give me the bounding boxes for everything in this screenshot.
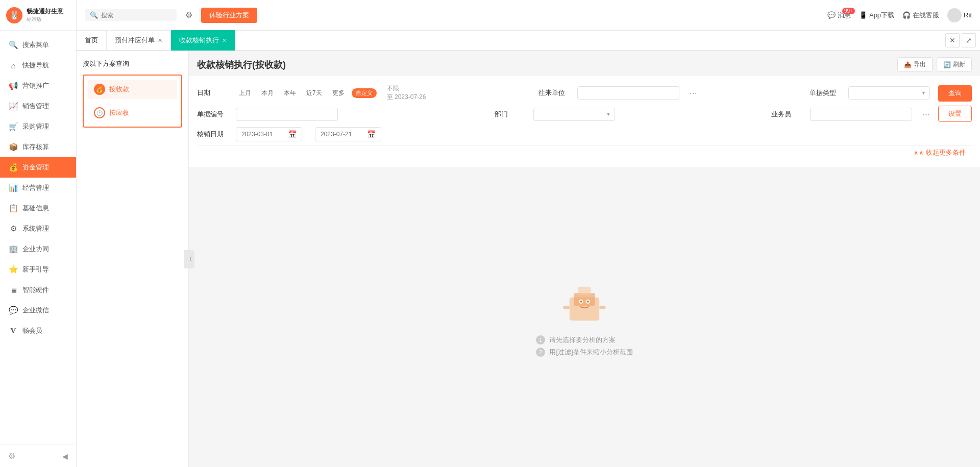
panel-collapse-button[interactable]: 《 — [184, 250, 194, 268]
date-btn-7days[interactable]: 近7天 — [303, 88, 325, 99]
dept-select-wrapper — [533, 108, 615, 121]
logo-text: 畅捷通好生意 标准版 — [27, 7, 63, 23]
doc-type-select-wrapper — [848, 86, 930, 100]
date-filter-label: 日期 — [197, 88, 228, 97]
refresh-icon: 🔄 — [943, 61, 951, 68]
app-download-action[interactable]: 📱 App下载 — [859, 11, 894, 20]
logo-icon: 🐰 — [6, 7, 22, 23]
topbar: 🔍 ⚙ 休验行业方案 💬 消息 99+ 📱 App下载 🎧 在线客服 R — [77, 0, 980, 31]
sidebar-item-inventory[interactable]: 📦 库存核算 — [0, 137, 76, 157]
doc-no-filter-label: 单据编号 — [197, 110, 228, 119]
tab-prepay[interactable]: 预付冲应付单 ✕ — [107, 30, 171, 51]
user-profile[interactable]: Rit — [947, 8, 972, 22]
sidebar-settings-icon[interactable]: ⚙ — [8, 451, 15, 461]
sidebar-item-hardware[interactable]: 🖥 智能硬件 — [0, 280, 76, 300]
verify-end-date[interactable]: 2023-07-21 📅 — [315, 127, 381, 141]
export-button[interactable]: 📤 导出 — [897, 57, 933, 72]
verify-start-date[interactable]: 2023-03-01 📅 — [236, 127, 302, 141]
hint-1-num: 1 — [536, 335, 545, 345]
export-icon: 📤 — [904, 61, 912, 68]
topbar-gear-icon[interactable]: ⚙ — [181, 7, 197, 23]
tab-collection[interactable]: 收款核销执行 ✕ — [171, 30, 235, 51]
partner-input[interactable] — [577, 86, 679, 100]
member-icon: V — [8, 326, 18, 336]
sidebar-item-enterprise[interactable]: 🏢 企业协同 — [0, 239, 76, 259]
svg-rect-7 — [563, 306, 570, 309]
sidebar-item-finance[interactable]: 💰 资金管理 — [0, 157, 76, 178]
industry-solution-button[interactable]: 休验行业方案 — [201, 8, 257, 23]
marketing-icon: 📢 — [8, 81, 18, 91]
sidebar-item-quick-nav[interactable]: ⌂ 快捷导航 — [0, 55, 76, 76]
wechat-icon: 💬 — [8, 305, 18, 315]
user-avatar — [947, 8, 962, 22]
sidebar-item-purchase[interactable]: 🛒 采购管理 — [0, 116, 76, 137]
finance-icon: 💰 — [8, 162, 18, 173]
page-content: 按以下方案查询 💰 按收款 🕐 按应收 《 收款核销执行(按 — [77, 51, 980, 467]
search-icon: 🔍 — [90, 11, 98, 19]
sidebar: 🐰 畅捷通好生意 标准版 🔍 搜索菜单 ⌂ 快捷导航 📢 营销推广 📈 销售管理… — [0, 0, 77, 467]
staff-input[interactable] — [810, 108, 912, 121]
query-button[interactable]: 查询 — [938, 85, 972, 102]
date-btn-this-year[interactable]: 本年 — [281, 88, 299, 99]
sidebar-item-member[interactable]: V 畅会员 — [0, 321, 76, 341]
date-btn-this-month[interactable]: 本月 — [258, 88, 277, 99]
empty-state-icon — [559, 278, 610, 329]
svg-rect-2 — [578, 287, 591, 296]
sidebar-item-operation[interactable]: 📊 经营管理 — [0, 178, 76, 198]
staff-dots[interactable]: ··· — [922, 109, 930, 120]
message-action[interactable]: 💬 消息 99+ — [827, 11, 851, 20]
topbar-search-box: 🔍 — [85, 9, 177, 21]
left-panel-item-receivable[interactable]: 🕐 按应收 — [88, 103, 177, 122]
hint-2-num: 2 — [536, 348, 545, 357]
empty-hint-1: 1 请先选择要分析的方案 — [536, 335, 632, 345]
sidebar-item-sales[interactable]: 📈 销售管理 — [0, 96, 76, 116]
partner-filter-label: 往来单位 — [538, 88, 569, 97]
verify-date-filter-label: 核销日期 — [197, 130, 228, 139]
date-btn-prev-month[interactable]: 上月 — [236, 88, 254, 99]
left-panel-item-receipt[interactable]: 💰 按收款 — [88, 80, 177, 99]
settings-button[interactable]: 设置 — [938, 106, 972, 122]
receipt-icon: 💰 — [94, 84, 105, 95]
sidebar-item-wechat[interactable]: 💬 企业微信 — [0, 300, 76, 321]
date-btn-custom[interactable]: 自定义 — [352, 88, 377, 98]
sidebar-item-basic[interactable]: 📋 基础信息 — [0, 198, 76, 218]
sidebar-item-system[interactable]: ⚙ 系统管理 — [0, 218, 76, 239]
sidebar-item-marketing[interactable]: 📢 营销推广 — [0, 76, 76, 96]
collapse-conditions-button[interactable]: ∧∧ 收起更多条件 — [197, 145, 972, 159]
guide-icon: ⭐ — [8, 264, 18, 275]
tab-prepay-close[interactable]: ✕ — [158, 37, 162, 44]
staff-filter-label: 业务员 — [771, 110, 802, 119]
date-btn-more[interactable]: 更多 — [329, 88, 348, 99]
sidebar-item-guide[interactable]: ⭐ 新手引导 — [0, 259, 76, 280]
partner-dots[interactable]: ··· — [690, 88, 697, 99]
verify-date-group: 2023-03-01 📅 — 2023-07-21 📅 — [236, 127, 381, 141]
sales-icon: 📈 — [8, 101, 18, 111]
topbar-left: 🔍 ⚙ 休验行业方案 — [85, 7, 257, 23]
right-content: 收款核销执行(按收款) 📤 导出 🔄 刷新 — [189, 51, 980, 467]
sidebar-logo: 🐰 畅捷通好生意 标准版 — [0, 0, 76, 31]
filter-row-3: 核销日期 2023-03-01 📅 — 2023-07-21 📅 — [197, 127, 930, 141]
sidebar-collapse-icon[interactable]: ◀ — [62, 452, 68, 460]
tab-expand-btn[interactable]: ⤢ — [962, 33, 976, 47]
search-input[interactable] — [101, 12, 162, 19]
dept-select[interactable] — [533, 108, 615, 121]
empty-hint-2: 2 用[过滤]条件来缩小分析范围 — [536, 348, 632, 357]
doc-no-input[interactable] — [236, 108, 338, 121]
refresh-button[interactable]: 🔄 刷新 — [937, 57, 972, 72]
svg-point-5 — [580, 301, 582, 303]
online-service-action[interactable]: 🎧 在线客服 — [902, 11, 939, 20]
sidebar-item-search[interactable]: 🔍 搜索菜单 — [0, 35, 76, 55]
tab-home[interactable]: 首页 — [77, 30, 107, 51]
basic-icon: 📋 — [8, 203, 18, 213]
header-actions: 📤 导出 🔄 刷新 — [897, 57, 972, 72]
left-panel-items: 💰 按收款 🕐 按应收 — [88, 80, 177, 122]
doc-type-select[interactable] — [848, 86, 930, 100]
dept-filter-label: 部门 — [495, 110, 525, 119]
tab-collection-close[interactable]: ✕ — [222, 37, 227, 44]
enterprise-icon: 🏢 — [8, 244, 18, 254]
svg-point-6 — [587, 301, 589, 303]
calendar-start-icon: 📅 — [288, 130, 297, 138]
svg-rect-8 — [599, 306, 606, 309]
tab-close-btn[interactable]: ✕ — [945, 33, 960, 47]
date-to-text: 至 2023-07-26 — [387, 93, 426, 102]
